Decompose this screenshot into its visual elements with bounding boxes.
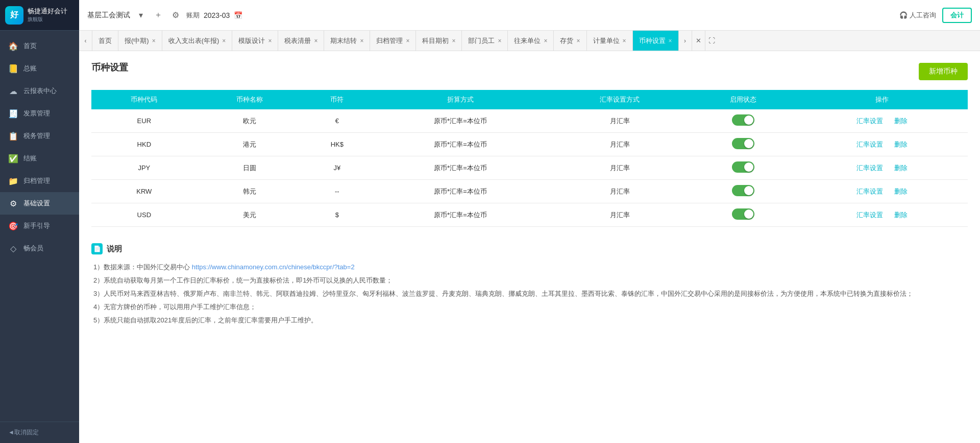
- toggle-thumb-3: [744, 186, 753, 195]
- toggle-switch-1[interactable]: [732, 138, 754, 149]
- tab-10[interactable]: 存货×: [554, 31, 586, 51]
- toggle-switch-0[interactable]: [732, 114, 754, 126]
- new-currency-button[interactable]: 新增币种: [919, 63, 968, 80]
- calc-method-3: 原币*汇率=本位币: [372, 180, 549, 203]
- code-1: HKD: [91, 133, 197, 156]
- toggle-switch-2[interactable]: [732, 161, 754, 173]
- toggle-thumb-1: [744, 139, 753, 148]
- sidebar-item-archive[interactable]: 📁 归档管理: [0, 170, 79, 192]
- tab-8[interactable]: 部门员工×: [462, 31, 508, 51]
- actions-2: 汇率设置 删除: [796, 156, 968, 180]
- tab-close-1[interactable]: ×: [152, 37, 156, 44]
- toggle-1[interactable]: [691, 133, 796, 156]
- col-header-币种代码: 币种代码: [91, 90, 197, 109]
- sidebar-item-member[interactable]: ◇ 畅会员: [0, 237, 79, 260]
- tab-close-7[interactable]: ×: [452, 37, 455, 44]
- account-button[interactable]: 会计: [942, 8, 972, 23]
- toggle-track-0: [732, 114, 754, 126]
- delete-btn-4[interactable]: 删除: [894, 211, 908, 219]
- code-2: JPY: [91, 156, 197, 180]
- tab-label-0: 首页: [99, 36, 112, 45]
- toggle-0[interactable]: [691, 109, 796, 133]
- tab-close-6[interactable]: ×: [406, 37, 409, 44]
- delete-btn-0[interactable]: 删除: [894, 117, 908, 125]
- symbol-0: €: [302, 109, 372, 133]
- tab-label-1: 报(中期): [125, 36, 149, 45]
- add-company-btn[interactable]: ＋: [152, 9, 165, 22]
- tab-12[interactable]: 币种设置×: [633, 31, 679, 51]
- name-2: 日圆: [197, 156, 303, 180]
- tab-label-12: 币种设置: [639, 36, 666, 45]
- calendar-icon[interactable]: 📅: [234, 11, 242, 19]
- name-3: 韩元: [197, 180, 303, 203]
- tab-close-3[interactable]: ×: [268, 37, 272, 44]
- nav-icon-guide: 🎯: [8, 221, 18, 231]
- tab-label-10: 存货: [560, 36, 573, 45]
- period-label: 账期: [186, 11, 200, 20]
- tab-maximize-btn[interactable]: ⛶: [705, 31, 719, 51]
- sidebar-item-settings[interactable]: ⚙ 基础设置: [0, 192, 79, 215]
- tab-close-11[interactable]: ×: [623, 37, 626, 44]
- toggle-2[interactable]: [691, 156, 796, 180]
- tab-close-2[interactable]: ×: [222, 37, 226, 44]
- tab-9[interactable]: 往来单位×: [508, 31, 554, 51]
- rate-setting-btn-0[interactable]: 汇率设置: [856, 117, 883, 125]
- tab-close-9[interactable]: ×: [544, 37, 547, 44]
- tab-prev-btn[interactable]: ‹: [79, 31, 92, 51]
- tab-next-btn[interactable]: ›: [679, 31, 692, 51]
- tab-close-4[interactable]: ×: [314, 37, 317, 44]
- tab-11[interactable]: 计量单位×: [587, 31, 633, 51]
- actions-4: 汇率设置 删除: [796, 203, 968, 227]
- settings-btn[interactable]: ⚙: [169, 9, 182, 22]
- sidebar-item-tax[interactable]: 📋 税务管理: [0, 125, 79, 147]
- sidebar-item-ledger[interactable]: 📒 总账: [0, 57, 79, 80]
- tab-3[interactable]: 模版设计×: [232, 31, 278, 51]
- tab-close-all-btn[interactable]: ✕: [692, 31, 705, 51]
- tab-close-12[interactable]: ×: [669, 37, 672, 44]
- note-icon: 📄: [91, 243, 103, 254]
- tab-6[interactable]: 归档管理×: [370, 31, 416, 51]
- note-link-0[interactable]: https://www.chinamoney.com.cn/chinese/bk…: [192, 263, 355, 271]
- sidebar-footer[interactable]: ◄取消固定: [0, 422, 79, 443]
- nav-icon-home: 🏠: [8, 41, 18, 51]
- sidebar: 好 畅捷通好会计 旗舰版 🏠 首页 📒 总账 ☁ 云报表中心 🧾 发票管理 📋 …: [0, 0, 79, 443]
- logo-text: 畅捷通好会计: [28, 7, 67, 16]
- tab-5[interactable]: 期末结转×: [324, 31, 370, 51]
- name-0: 欧元: [197, 109, 303, 133]
- tab-0[interactable]: 首页: [92, 31, 118, 51]
- tab-2[interactable]: 收入支出表(年报)×: [162, 31, 233, 51]
- toggle-switch-3[interactable]: [732, 185, 754, 196]
- rate-method-4: 月汇率: [549, 203, 691, 227]
- name-1: 港元: [197, 133, 303, 156]
- tab-label-2: 收入支出表(年报): [168, 36, 219, 45]
- delete-btn-1[interactable]: 删除: [894, 141, 908, 148]
- sidebar-item-home[interactable]: 🏠 首页: [0, 35, 79, 57]
- delete-btn-2[interactable]: 删除: [894, 164, 908, 172]
- tab-close-8[interactable]: ×: [498, 37, 501, 44]
- sidebar-item-invoice[interactable]: 🧾 发票管理: [0, 102, 79, 125]
- tab-4[interactable]: 税表清册×: [278, 31, 324, 51]
- company-dropdown-btn[interactable]: ▾: [134, 9, 148, 22]
- delete-btn-3[interactable]: 删除: [894, 188, 908, 195]
- tab-7[interactable]: 科目期初×: [416, 31, 462, 51]
- rate-setting-btn-1[interactable]: 汇率设置: [856, 141, 883, 148]
- col-header-汇率设置方式: 汇率设置方式: [549, 90, 691, 109]
- topbar: 基层工会测试 ▾ ＋ ⚙ 账期 2023-03 📅 🎧 人工咨询 会计: [79, 0, 980, 31]
- rate-setting-btn-4[interactable]: 汇率设置: [856, 211, 883, 219]
- sidebar-item-reports[interactable]: ☁ 云报表中心: [0, 80, 79, 102]
- tab-1[interactable]: 报(中期)×: [118, 31, 162, 51]
- toggle-4[interactable]: [691, 203, 796, 227]
- rate-setting-btn-3[interactable]: 汇率设置: [856, 188, 883, 195]
- tab-close-10[interactable]: ×: [576, 37, 580, 44]
- nav-label-archive: 归档管理: [23, 176, 50, 185]
- rate-setting-btn-2[interactable]: 汇率设置: [856, 164, 883, 172]
- table-row: USD美元$原币*汇率=本位币月汇率 汇率设置 删除: [91, 203, 968, 227]
- help-button[interactable]: 🎧 人工咨询: [899, 11, 936, 20]
- toggle-thumb-4: [744, 209, 753, 219]
- sidebar-item-checkout[interactable]: ✅ 结账: [0, 147, 79, 170]
- nav-label-tax: 税务管理: [23, 131, 50, 141]
- toggle-switch-4[interactable]: [732, 208, 754, 220]
- toggle-3[interactable]: [691, 180, 796, 203]
- sidebar-item-guide[interactable]: 🎯 新手引导: [0, 215, 79, 237]
- tab-close-5[interactable]: ×: [360, 37, 363, 44]
